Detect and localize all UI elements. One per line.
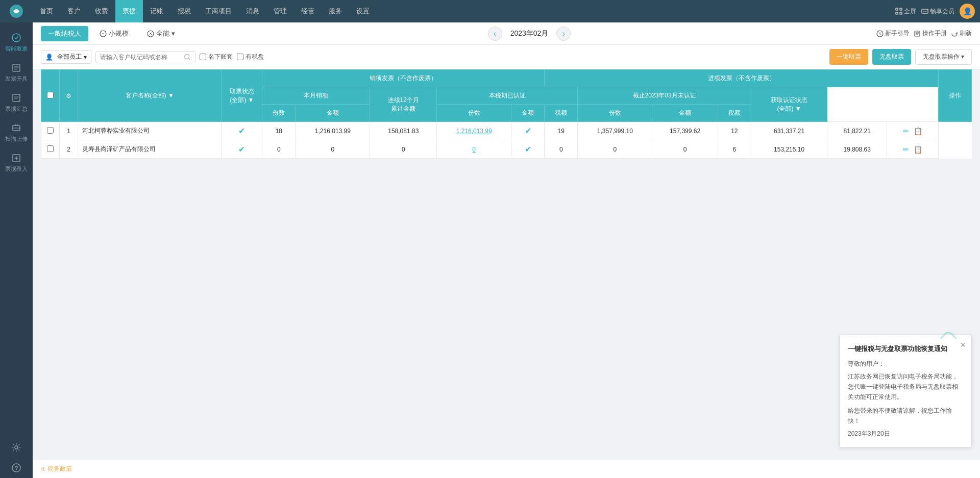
- sidebar-item-settings-bottom[interactable]: [11, 437, 21, 458]
- tab-all[interactable]: 全能 ▾: [140, 26, 182, 41]
- popup-content: 江苏政务网已恢复访问电子税务局功能，您代账一键登陆电子税务局与无盘取票相关功能可…: [848, 371, 963, 402]
- row-cert-status-0: ✔: [511, 122, 545, 140]
- no-disk-ops-btn[interactable]: 无盘取票操作 ▾: [915, 49, 972, 65]
- one-click-fetch-btn[interactable]: 一键取票: [829, 49, 868, 65]
- sidebar-item-scan[interactable]: 扫描上传: [0, 118, 33, 148]
- nav-business[interactable]: 工商项目: [198, 0, 239, 22]
- th-monthly-sales: 本月销项: [262, 87, 370, 105]
- main-content: 一般纳税人 小规模 全能 ▾ ‹ 2023年02月 › 新手引导: [33, 22, 980, 478]
- th-sales-amount: 金额: [296, 105, 370, 122]
- edit-icon-1[interactable]: ✏: [903, 145, 909, 154]
- row-action-0: ✏ 📋: [887, 122, 939, 140]
- checkbox-taxdisk-label: 有税盘: [246, 53, 264, 61]
- row-sales-count-0: 18: [262, 122, 296, 140]
- svg-point-13: [12, 464, 20, 472]
- row-cert-count-0: 19: [545, 122, 578, 140]
- refresh-btn[interactable]: 刷新: [951, 29, 972, 38]
- toolbar: 👤 全部员工 ▾ 名下账套 有税盘 一键取票 无盘取票 无盘取票操作 ▾: [33, 45, 980, 69]
- th-uncert-count: 份数: [578, 105, 652, 122]
- no-disk-fetch-btn[interactable]: 无盘取票: [872, 49, 911, 65]
- row-index-0: 1: [60, 122, 78, 140]
- tabs-bar: 一般纳税人 小规模 全能 ▾ ‹ 2023年02月 › 新手引导: [33, 22, 980, 45]
- nav-bookkeeping[interactable]: 记账: [143, 0, 170, 22]
- nav-client[interactable]: 客户: [60, 0, 88, 22]
- sidebar-item-invoice[interactable]: 发票开具: [0, 58, 33, 88]
- popup-decoration: [936, 326, 961, 341]
- nav-ticket[interactable]: 票据: [115, 0, 143, 22]
- th-cert-status: 获取认证状态(全部) ▼: [751, 87, 827, 122]
- nav-home[interactable]: 首页: [33, 0, 60, 22]
- nav-message[interactable]: 消息: [239, 0, 266, 22]
- row-checkbox-0[interactable]: [41, 122, 60, 140]
- nav-service[interactable]: 服务: [322, 0, 349, 22]
- sidebar-item-help[interactable]: [11, 458, 21, 478]
- cert-status-filter[interactable]: ▼: [795, 105, 801, 112]
- nav-fee[interactable]: 收费: [88, 0, 115, 22]
- row-sales-count-1: 0: [262, 140, 296, 159]
- popup-title: 一键报税与无盘取票功能恢复通知: [848, 343, 963, 355]
- sidebar-item-entry[interactable]: 票据录入: [0, 148, 33, 178]
- row-status-0: ✔: [222, 122, 262, 140]
- th-sales-group: 销项发票（不含作废票）: [262, 70, 545, 87]
- search-input[interactable]: [100, 54, 182, 61]
- row-cert-tax-0: 157,399.62: [652, 122, 718, 140]
- row-index-1: 2: [60, 140, 78, 159]
- th-sales-count: 份数: [262, 105, 296, 122]
- config-icon[interactable]: ⚙: [66, 92, 71, 99]
- small-scale-icon: [100, 30, 107, 37]
- checkbox-taxdisk[interactable]: 有税盘: [237, 53, 264, 61]
- row-cumulative-1[interactable]: 0: [437, 140, 511, 159]
- nav-operation[interactable]: 经营: [294, 0, 322, 22]
- th-action: 操作: [938, 70, 971, 122]
- next-month-btn[interactable]: ›: [556, 27, 571, 41]
- th-purchase-group: 进项发票（不含作废票）: [545, 70, 939, 87]
- sidebar-item-smart[interactable]: 智能取票: [0, 28, 33, 58]
- prev-month-btn[interactable]: ‹: [488, 27, 502, 41]
- current-date: 2023年02月: [506, 29, 553, 38]
- search-icon[interactable]: [184, 54, 191, 61]
- sidebar-item-summary[interactable]: 票据汇总: [0, 88, 33, 118]
- all-icon: [147, 30, 154, 37]
- tab-dropdown-icon[interactable]: ▾: [172, 30, 175, 37]
- row-cumulative-0[interactable]: 1,216,013.99: [437, 122, 511, 140]
- sidebar-label-scan: 扫描上传: [5, 135, 28, 143]
- checkbox-account-input[interactable]: [200, 54, 206, 60]
- fullscreen-label: 全屏: [904, 7, 916, 16]
- tab-general[interactable]: 一般纳税人: [41, 26, 88, 41]
- checkbox-account[interactable]: 名下账套: [200, 53, 233, 61]
- avatar[interactable]: 👤: [960, 4, 975, 19]
- sidebar: 智能取票 发票开具 票据汇总 扫描上传 票据录入: [0, 22, 33, 478]
- customer-filter-icon[interactable]: ▼: [168, 92, 174, 99]
- select-all-checkbox[interactable]: [47, 92, 54, 98]
- member-btn[interactable]: 畅享会员: [921, 7, 954, 16]
- checkbox-taxdisk-input[interactable]: [237, 54, 243, 60]
- employee-select[interactable]: 👤 全部员工 ▾: [41, 50, 91, 64]
- fetch-status-filter[interactable]: ▼: [248, 96, 254, 104]
- nav-settings[interactable]: 设置: [349, 0, 377, 22]
- checkbox-account-label: 名下账套: [208, 53, 233, 61]
- th-cert-tax: 税额: [545, 105, 578, 122]
- guide-btn[interactable]: 新手引导: [876, 29, 910, 38]
- detail-icon-0[interactable]: 📋: [914, 127, 922, 135]
- tab-small[interactable]: 小规模: [92, 26, 136, 41]
- edit-icon-0[interactable]: ✏: [903, 127, 909, 135]
- row-uncert-tax-1: 19,808.63: [827, 140, 887, 159]
- row-action-1: ✏ 📋: [887, 140, 939, 159]
- nav-manage[interactable]: 管理: [266, 0, 294, 22]
- footer: ⊙ 税务政策: [33, 460, 980, 478]
- fullscreen-btn[interactable]: 全屏: [895, 7, 916, 16]
- popup-date: 2023年3月20日: [848, 429, 963, 439]
- tab-general-label: 一般纳税人: [48, 29, 81, 38]
- detail-icon-1[interactable]: 📋: [914, 145, 922, 154]
- table-container: ⚙ 客户名称(全部) ▼ 取票状态(全部) ▼ 销项发票（不含作废票） 进项发票…: [33, 69, 980, 460]
- row-uncert-amount-1: 153,215.10: [751, 140, 827, 159]
- th-config: ⚙: [60, 70, 78, 122]
- toolbar-right: 一键取票 无盘取票 无盘取票操作 ▾: [829, 49, 972, 65]
- tax-policy-link[interactable]: ⊙ 税务政策: [41, 465, 72, 473]
- manual-btn[interactable]: 操作手册: [914, 29, 947, 38]
- svg-rect-2: [900, 8, 902, 10]
- row-uncert-count-0: 12: [718, 122, 751, 140]
- nav-tax[interactable]: 报税: [170, 0, 198, 22]
- row-cert-status-1: ✔: [511, 140, 545, 159]
- row-checkbox-1[interactable]: [41, 140, 60, 159]
